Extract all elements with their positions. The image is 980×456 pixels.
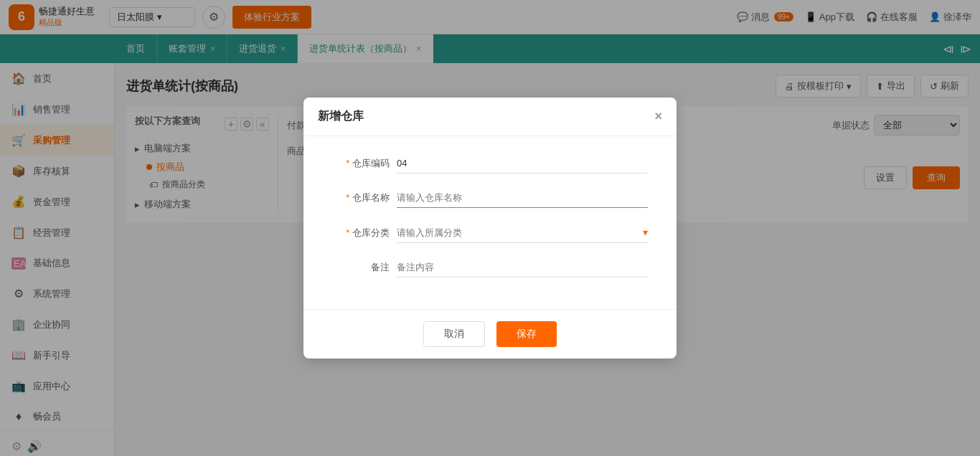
form-row-code: 仓库编码 [332, 153, 648, 174]
remark-label: 备注 [332, 261, 390, 274]
form-row-remark: 备注 [332, 257, 648, 277]
cancel-button[interactable]: 取消 [423, 321, 485, 347]
remark-input[interactable] [397, 257, 648, 277]
category-select-wrap[interactable]: ▾ [397, 222, 648, 243]
name-label: 仓库名称 [332, 191, 390, 204]
dialog-footer: 取消 保存 [303, 309, 677, 358]
form-row-name: 仓库名称 [332, 188, 648, 208]
dialog-header: 新增仓库 × [303, 98, 677, 136]
dialog-body: 仓库编码 仓库名称 仓库分类 ▾ 备注 [303, 136, 677, 309]
name-input[interactable] [397, 188, 648, 208]
add-warehouse-dialog: 新增仓库 × 仓库编码 仓库名称 仓库分类 ▾ [303, 98, 677, 358]
dialog-close-button[interactable]: × [654, 109, 662, 124]
form-row-category: 仓库分类 ▾ [332, 222, 648, 243]
code-label: 仓库编码 [332, 157, 390, 170]
category-dropdown-icon: ▾ [643, 227, 648, 238]
modal-overlay[interactable]: 新增仓库 × 仓库编码 仓库名称 仓库分类 ▾ [0, 0, 980, 456]
code-input[interactable] [397, 153, 648, 174]
category-label: 仓库分类 [332, 227, 390, 239]
save-button[interactable]: 保存 [496, 321, 557, 347]
category-input[interactable] [397, 227, 643, 238]
dialog-title: 新增仓库 [318, 109, 364, 124]
